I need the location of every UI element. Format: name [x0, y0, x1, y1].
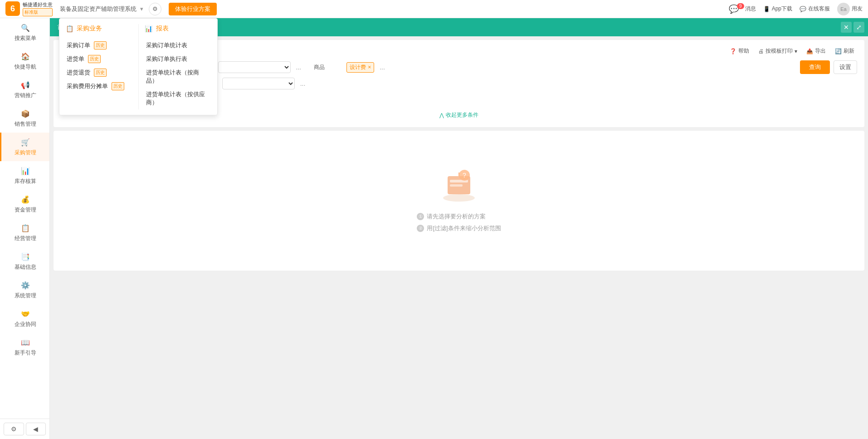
- message-badge: 9: [737, 3, 744, 9]
- voucher-status-select[interactable]: [218, 61, 291, 73]
- sidebar-item-sales[interactable]: 📦 销售管理: [0, 104, 49, 133]
- export-label: 导出: [815, 47, 826, 55]
- tab-close-all-button[interactable]: ✕: [841, 22, 852, 33]
- sidebar-item-system[interactable]: ⚙️ 系统管理: [0, 276, 49, 304]
- logo-badge: 标准版: [23, 8, 53, 16]
- sidebar-bottom: ⚙ ◀: [0, 419, 49, 439]
- system-title-text: 装备及固定资产辅助管理系统: [60, 5, 137, 13]
- goods-ellipsis[interactable]: ...: [380, 64, 385, 71]
- empty-illustration: ?: [436, 167, 482, 203]
- empty-tip-1: ① 请先选择要分析的方案: [417, 211, 501, 222]
- export-icon: 📤: [806, 48, 813, 54]
- sidebar-label-finance: 资金管理: [15, 206, 36, 214]
- purchase-dropdown-menu: 📋 采购业务 采购订单 历史 进货单 历史 进货退货 历史 采购费用分摊单: [59, 18, 218, 115]
- inventory-icon: 📊: [20, 166, 30, 176]
- industry-button[interactable]: 体验行业方案: [169, 3, 217, 15]
- search-button[interactable]: 查询: [800, 60, 830, 74]
- purchase-order-label: 采购订单: [67, 41, 90, 49]
- sidebar-item-enterprise[interactable]: 🤝 企业协同: [0, 304, 49, 333]
- sidebar-item-search[interactable]: 🔍 搜索菜单: [0, 18, 49, 47]
- sidebar-item-operations[interactable]: 📋 经营管理: [0, 218, 49, 247]
- toolbar-right: ❓ 帮助 🖨 按模板打印 ▾ 📤 导出 🔄: [727, 45, 857, 57]
- dropdown-item-purchase-order-stats[interactable]: 采购订单统计表: [144, 39, 212, 52]
- goods-tag: 设计费 ×: [346, 62, 374, 73]
- goods-receipt-label: 进货单: [67, 55, 84, 63]
- sidebar: 🔍 搜索菜单 🏠 快捷导航 📢 营销推广 📦 销售管理 🛒 采购管理 📊 库存核…: [0, 18, 50, 439]
- goods-receipt-badge: 历史: [88, 55, 101, 63]
- sales-icon: 📦: [20, 109, 30, 118]
- online-service-item[interactable]: 💬 在线客服: [800, 5, 830, 13]
- print-label: 按模板打印: [766, 47, 793, 55]
- goods-tag-close-icon[interactable]: ×: [368, 64, 371, 70]
- voucher-status-ellipsis[interactable]: ...: [296, 64, 302, 71]
- help-icon: ❓: [730, 48, 736, 54]
- system-icon: ⚙️: [20, 280, 30, 290]
- sidebar-item-finance[interactable]: 💰 资金管理: [0, 190, 49, 218]
- print-button[interactable]: 🖨 按模板打印 ▾: [756, 45, 800, 57]
- dropdown-item-purchase-cost[interactable]: 采购费用分摊单 历史: [65, 79, 133, 93]
- sidebar-label-guide: 新手引导: [15, 349, 36, 357]
- sidebar-item-purchase[interactable]: 🛒 采购管理: [0, 133, 49, 161]
- sidebar-item-quick-nav[interactable]: 🏠 快捷导航: [0, 47, 49, 75]
- sidebar-label-purchase: 采购管理: [15, 149, 36, 157]
- print-dropdown-arrow[interactable]: ▾: [795, 48, 797, 54]
- finance-icon: 💰: [20, 194, 30, 204]
- message-area[interactable]: 💬 9 消息: [729, 4, 756, 14]
- dropdown-item-goods-return[interactable]: 进货退货 历史: [65, 66, 133, 79]
- sidebar-item-inventory[interactable]: 📊 库存核算: [0, 161, 49, 190]
- help-label: 帮助: [738, 47, 749, 55]
- marketing-icon: 📢: [20, 80, 30, 90]
- user-area[interactable]: Ea 用友: [837, 3, 863, 15]
- dropdown-item-purchase-order-exec[interactable]: 采购订单执行表: [144, 52, 212, 66]
- help-button[interactable]: ❓ 帮助: [727, 45, 752, 57]
- business-col-icon: 📋: [65, 24, 74, 33]
- logo-area: 6 畅捷通好生意 标准版: [5, 1, 55, 16]
- sidebar-label-search: 搜索菜单: [15, 35, 36, 42]
- settings-button[interactable]: 设置: [834, 60, 857, 74]
- dropdown-item-goods-receipt[interactable]: 进货单 历史: [65, 52, 133, 66]
- dropdown-item-goods-stats-by-supplier[interactable]: 进货单统计表（按供应商）: [144, 88, 212, 109]
- collapse-button[interactable]: ⋀ 收起更多条件: [437, 109, 481, 122]
- sidebar-item-guide[interactable]: 📖 新手引导: [0, 333, 49, 361]
- sidebar-settings-button[interactable]: ⚙: [4, 423, 24, 435]
- sidebar-label-marketing: 营销推广: [15, 92, 36, 99]
- logo-text: 畅捷通好生意: [23, 1, 53, 8]
- search-icon: 🔍: [20, 23, 30, 33]
- salesperson-select[interactable]: [222, 78, 295, 89]
- system-title-area: 装备及固定资产辅助管理系统 ▾ ⚙ 体验行业方案: [60, 3, 729, 15]
- settings-gear-button[interactable]: ⚙: [149, 3, 161, 15]
- svg-rect-3: [450, 184, 463, 187]
- tip-text-1: 请先选择要分析的方案: [427, 211, 486, 222]
- sidebar-label-operations: 经营管理: [15, 235, 36, 242]
- sidebar-item-basic-info[interactable]: 📑 基础信息: [0, 247, 49, 276]
- business-col-label: 采购业务: [77, 25, 102, 33]
- empty-tips: ① 请先选择要分析的方案 ② 用[过滤]条件来缩小分析范围: [417, 211, 501, 234]
- dropdown-item-goods-stats-by-goods[interactable]: 进货单统计表（按商品）: [144, 66, 212, 88]
- export-button[interactable]: 📤 导出: [804, 45, 829, 57]
- purchase-icon: 🛒: [20, 137, 30, 147]
- tip-num-2: ②: [417, 225, 424, 232]
- sidebar-collapse-button[interactable]: ◀: [26, 423, 46, 435]
- report-col-icon: 📊: [144, 24, 153, 33]
- refresh-button[interactable]: 🔄 刷新: [832, 45, 857, 57]
- sidebar-label-basic-info: 基础信息: [15, 263, 36, 271]
- tab-expand-button[interactable]: ⤢: [853, 22, 864, 33]
- sidebar-item-marketing[interactable]: 📢 营销推广: [0, 75, 49, 104]
- svg-text:?: ?: [463, 172, 466, 179]
- basic-info-icon: 📑: [20, 252, 30, 261]
- purchase-order-stats-label: 采购订单统计表: [146, 41, 187, 49]
- dropdown-col-business: 📋 采购业务 采购订单 历史 进货单 历史 进货退货 历史 采购费用分摊单: [59, 24, 138, 109]
- purchase-cost-badge: 历史: [112, 82, 124, 90]
- app-download-item[interactable]: 📱 App下载: [763, 5, 792, 13]
- dropdown-item-purchase-order[interactable]: 采购订单 历史: [65, 39, 133, 52]
- enterprise-icon: 🤝: [20, 309, 30, 319]
- salesperson-ellipsis[interactable]: ...: [300, 80, 306, 87]
- empty-tip-2: ② 用[过滤]条件来缩小分析范围: [417, 222, 501, 234]
- system-dropdown-arrow[interactable]: ▾: [140, 5, 143, 12]
- app-download-label: App下载: [772, 5, 792, 13]
- sidebar-label-enterprise: 企业协同: [15, 321, 36, 328]
- report-col-label: 报表: [156, 25, 169, 33]
- operations-icon: 📋: [20, 223, 30, 233]
- header-right: 💬 9 消息 📱 App下载 💬 在线客服 Ea 用友: [729, 3, 863, 15]
- mobile-icon: 📱: [763, 6, 770, 12]
